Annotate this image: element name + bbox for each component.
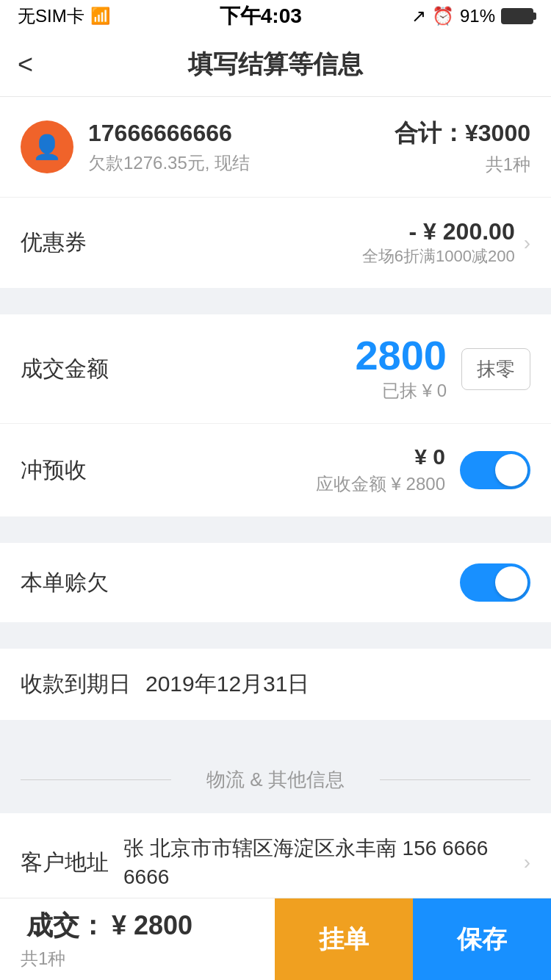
advance-amount-block: ¥ 0 应收金额 ¥ 2800 (316, 444, 445, 496)
total-amount: 合计：¥3000 (395, 118, 530, 150)
due-date-value: 2019年12月31日 (145, 669, 309, 699)
transaction-amount-right: 2800 已抹 ¥ 0 抹零 (355, 335, 530, 403)
coupon-row[interactable]: 优惠券 - ¥ 200.00 全场6折满1000减200 › (0, 197, 551, 288)
owe-toggle[interactable] (460, 563, 530, 602)
coupon-discount: - ¥ 200.00 (409, 218, 515, 245)
transaction-amount-row: 成交金额 2800 已抹 ¥ 0 抹零 (0, 314, 551, 424)
customer-debt: 欠款1276.35元, 现结 (88, 151, 250, 175)
page-title: 填写结算等信息 (188, 48, 363, 82)
nav-bar: < 填写结算等信息 (0, 32, 551, 97)
total-value: ¥3000 (465, 120, 530, 146)
alarm-icon: ⏰ (432, 6, 454, 26)
due-date-section: 收款到期日 2019年12月31日 (0, 649, 551, 720)
bottom-count: 共1种 (21, 947, 254, 970)
customer-section: 👤 17666666666 欠款1276.35元, 现结 合计：¥3000 共1… (0, 97, 551, 288)
section-divider-2 (0, 528, 551, 543)
address-content: 张 北京市市辖区海淀区永丰南 156 6666 6666 (123, 834, 509, 891)
transaction-already: 已抹 ¥ 0 (355, 379, 447, 403)
status-time: 下午4:03 (220, 2, 302, 30)
owe-section: 本单赊欠 (0, 543, 551, 622)
customer-left: 👤 17666666666 欠款1276.35元, 现结 (21, 120, 250, 175)
advance-label: 冲预收 (21, 455, 87, 486)
due-date-label: 收款到期日 (21, 669, 131, 699)
customer-total: 合计：¥3000 共1种 (395, 118, 530, 176)
advance-toggle[interactable] (460, 451, 530, 489)
advance-row: 冲预收 ¥ 0 应收金额 ¥ 2800 (0, 424, 551, 516)
location-icon: ↗ (411, 6, 426, 26)
round-zero-button[interactable]: 抹零 (461, 348, 530, 390)
logistics-line-left (21, 779, 171, 780)
wifi-icon: 📶 (90, 7, 110, 26)
address-chevron-icon: › (524, 851, 530, 874)
total-label: 合计： (395, 120, 465, 146)
coupon-right-block: - ¥ 200.00 全场6折满1000减200 (362, 218, 515, 267)
section-divider-4 (0, 732, 551, 746)
logistics-header: 物流 & 其他信息 (0, 746, 551, 813)
logistics-line-right (380, 779, 530, 780)
transaction-amount-label: 成交金额 (21, 354, 109, 384)
advance-receivable: 应收金额 ¥ 2800 (316, 472, 445, 496)
owe-label: 本单赊欠 (21, 568, 109, 598)
bottom-trans-label: 成交： (26, 910, 106, 940)
carrier-label: 无SIM卡 (18, 4, 84, 28)
main-content: 👤 17666666666 欠款1276.35元, 现结 合计：¥3000 共1… (0, 97, 551, 980)
coupon-detail: 全场6折满1000减200 (362, 245, 515, 267)
transaction-amount-value: 2800 (355, 335, 447, 376)
chevron-right-icon: › (524, 231, 530, 255)
due-date-row: 收款到期日 2019年12月31日 (0, 649, 551, 720)
bottom-trans-row: 成交：¥ 2800 (21, 908, 254, 944)
battery-label: 91% (460, 6, 495, 26)
section-divider-1 (0, 300, 551, 314)
save-button[interactable]: 保存 (413, 898, 551, 981)
customer-info: 17666666666 欠款1276.35元, 现结 (88, 120, 250, 175)
logistics-title: 物流 & 其他信息 (206, 767, 345, 793)
coupon-right: - ¥ 200.00 全场6折满1000减200 › (362, 218, 530, 267)
customer-phone: 17666666666 (88, 120, 250, 147)
bottom-info: 成交：¥ 2800 共1种 (0, 908, 275, 970)
section-divider-3 (0, 634, 551, 649)
hold-button[interactable]: 挂单 (275, 898, 413, 981)
status-right: ↗ ⏰ 91% (411, 6, 533, 26)
advance-right: ¥ 0 应收金额 ¥ 2800 (316, 444, 530, 496)
address-label: 客户地址 (21, 848, 109, 878)
bottom-trans-amount: ¥ 2800 (112, 910, 192, 940)
total-count: 共1种 (395, 153, 530, 176)
coupon-label: 优惠券 (21, 228, 87, 258)
status-bar: 无SIM卡 📶 下午4:03 ↗ ⏰ 91% (0, 0, 551, 32)
battery-icon (501, 8, 533, 24)
customer-row: 👤 17666666666 欠款1276.35元, 现结 合计：¥3000 共1… (0, 97, 551, 197)
status-left: 无SIM卡 📶 (18, 4, 110, 28)
avatar: 👤 (21, 120, 73, 173)
transaction-amount-block: 2800 已抹 ¥ 0 (355, 335, 447, 403)
transaction-section: 成交金额 2800 已抹 ¥ 0 抹零 冲预收 ¥ 0 应收金额 ¥ 2800 (0, 314, 551, 516)
advance-amount: ¥ 0 (316, 444, 445, 469)
bottom-bar: 成交：¥ 2800 共1种 挂单 保存 (0, 898, 551, 980)
owe-row: 本单赊欠 (0, 543, 551, 622)
back-button[interactable]: < (18, 49, 33, 80)
